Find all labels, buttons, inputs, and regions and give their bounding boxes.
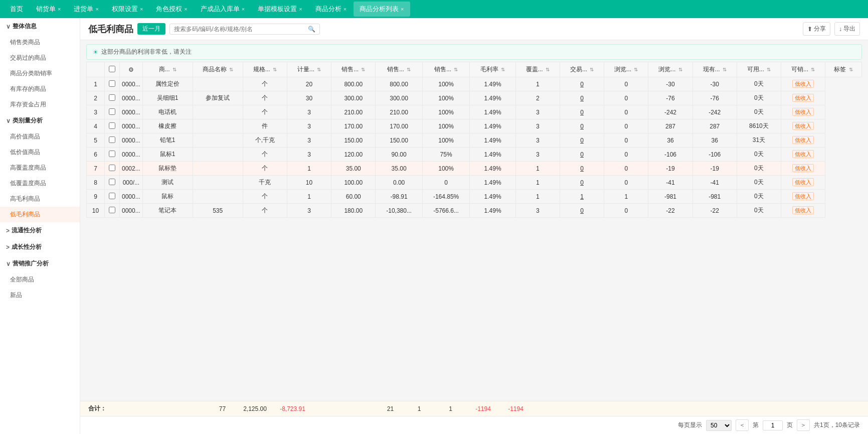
row-checkbox[interactable] [109, 179, 115, 185]
cell-check[interactable] [105, 133, 120, 148]
cell-check[interactable] [105, 162, 120, 176]
nav-close-icon[interactable]: × [242, 6, 245, 12]
sidebar-item-销售类商品[interactable]: 销售类商品 [0, 35, 80, 50]
cell-view1[interactable]: 0 [560, 176, 604, 190]
next-page-btn[interactable]: ＞ [797, 419, 810, 431]
sidebar-group-整体信息[interactable]: ∨整体信息 [0, 18, 80, 35]
nav-close-icon[interactable]: × [184, 6, 187, 12]
nav-item-销货单[interactable]: 销货单× [30, 2, 67, 17]
sidebar-group-成长性分析[interactable]: >成长性分析 [0, 239, 80, 255]
nav-close-icon[interactable]: × [343, 6, 346, 12]
nav-close-icon[interactable]: × [95, 6, 98, 12]
row-checkbox[interactable] [109, 165, 115, 171]
th-tag[interactable]: 标签 ⇅ [825, 62, 862, 77]
sidebar-item-低价值商品[interactable]: 低价值商品 [0, 144, 80, 160]
row-checkbox[interactable] [109, 108, 115, 115]
footer-sales-profit: -8,723.91 [274, 405, 311, 412]
th-sales-price[interactable]: 销售... ⇅ [376, 62, 422, 77]
th-salable[interactable]: 可销... ⇅ [781, 62, 825, 77]
row-checkbox[interactable] [109, 151, 115, 157]
th-unit[interactable]: 计量... ⇅ [287, 62, 331, 77]
cell-check[interactable] [105, 148, 120, 162]
page-size-select[interactable]: 50 100 200 [706, 420, 732, 431]
cell-view1[interactable]: 0 [560, 148, 604, 162]
row-checkbox[interactable] [109, 136, 115, 143]
cell-view1[interactable]: 0 [560, 204, 604, 218]
sidebar-item-新品[interactable]: 新品 [0, 287, 80, 303]
cell-check[interactable] [105, 77, 120, 91]
th-gross-rate[interactable]: 毛利率 ⇅ [470, 62, 515, 77]
sidebar-item-全部商品[interactable]: 全部商品 [0, 272, 80, 287]
cell-available: -76 [692, 91, 737, 105]
search-icon[interactable]: 🔍 [308, 26, 315, 33]
row-checkbox[interactable] [109, 122, 115, 129]
sidebar-item-高毛利商品[interactable]: 高毛利商品 [0, 191, 80, 207]
th-available[interactable]: 可用... ⇅ [737, 62, 781, 77]
nav-item-单据模板设置[interactable]: 单据模板设置× [252, 2, 308, 17]
page-number-input[interactable] [763, 420, 783, 430]
nav-item-商品分析[interactable]: 商品分析× [309, 2, 353, 17]
cell-check[interactable] [105, 190, 120, 204]
nav-close-icon[interactable]: × [299, 6, 302, 12]
sidebar-group-label: 流通性分析 [12, 226, 42, 235]
th-sales-profit[interactable]: 销售... ⇅ [422, 62, 470, 77]
nav-close-icon[interactable]: × [58, 6, 61, 12]
th-name[interactable]: 商品名称 ⇅ [193, 62, 243, 77]
th-spec[interactable]: 规格... ⇅ [243, 62, 287, 77]
cell-check[interactable] [105, 204, 120, 218]
cell-view1[interactable]: 0 [560, 105, 604, 119]
prev-page-btn[interactable]: ＜ [736, 419, 749, 431]
sidebar-item-低毛利商品[interactable]: 低毛利商品 [0, 207, 80, 222]
nav-close-icon[interactable]: × [140, 6, 143, 12]
sidebar-item-高价值商品[interactable]: 高价值商品 [0, 129, 80, 144]
select-all-checkbox[interactable] [109, 66, 115, 72]
nav-close-icon[interactable]: × [401, 6, 404, 12]
sidebar-item-有库存的商品[interactable]: 有库存的商品 [0, 81, 80, 97]
row-checkbox[interactable] [109, 80, 115, 87]
search-input[interactable] [174, 26, 308, 33]
th-code[interactable]: 商... ⇅ [142, 62, 193, 77]
cell-view1[interactable]: 0 [560, 91, 604, 105]
cell-spec [193, 133, 243, 148]
filter-btn[interactable]: 近一月 [137, 23, 165, 35]
cell-seq: 6 [87, 148, 105, 162]
row-checkbox[interactable] [109, 94, 115, 101]
cell-view1[interactable]: 1 [560, 190, 604, 204]
nav-item-角色授权[interactable]: 角色授权× [150, 2, 193, 17]
cell-view1[interactable]: 0 [560, 119, 604, 133]
nav-item-产成品入库单[interactable]: 产成品入库单× [195, 2, 251, 17]
row-checkbox[interactable] [109, 207, 115, 213]
cell-check[interactable] [105, 91, 120, 105]
nav-item-权限设置[interactable]: 权限设置× [106, 2, 149, 17]
table-container[interactable]: ⚙ 商... ⇅ 商品名称 ⇅ 规格... ⇅ 计量... ⇅ 销售... ⇅ … [80, 62, 868, 401]
sidebar-item-商品分类助销率[interactable]: 商品分类助销率 [0, 66, 80, 81]
th-sales-qty[interactable]: 销售... ⇅ [331, 62, 376, 77]
cell-view1[interactable]: 0 [560, 162, 604, 176]
th-current-stock[interactable]: 现有... ⇅ [692, 62, 737, 77]
sidebar-item-低覆盖度商品[interactable]: 低覆盖度商品 [0, 176, 80, 191]
sidebar-group-营销推广分析[interactable]: ∨营销推广分析 [0, 255, 80, 272]
cell-check[interactable] [105, 119, 120, 133]
th-check [105, 62, 120, 77]
cell-check[interactable] [105, 105, 120, 119]
cell-view1[interactable]: 0 [560, 133, 604, 148]
sidebar-item-交易过的商品[interactable]: 交易过的商品 [0, 50, 80, 66]
sidebar-group-流通性分析[interactable]: >流通性分析 [0, 222, 80, 239]
cell-check[interactable] [105, 176, 120, 190]
th-view2[interactable]: 浏览... ⇅ [648, 62, 692, 77]
row-checkbox[interactable] [109, 193, 115, 199]
nav-item-首页[interactable]: 首页 [4, 2, 29, 17]
th-trade[interactable]: 交易... ⇅ [560, 62, 604, 77]
cell-current-stock: -76 [648, 91, 692, 105]
sidebar-item-高覆盖度商品[interactable]: 高覆盖度商品 [0, 160, 80, 176]
sidebar-group-类别量分析[interactable]: ∨类别量分析 [0, 112, 80, 129]
export-button[interactable]: ↓ 导出 [834, 22, 860, 36]
th-coverage[interactable]: 覆盖... ⇅ [515, 62, 560, 77]
th-view1[interactable]: 浏览... ⇅ [604, 62, 648, 77]
sidebar-item-库存资金占用[interactable]: 库存资金占用 [0, 97, 80, 112]
nav-item-进货单[interactable]: 进货单× [68, 2, 104, 17]
nav-item-商品分析列表[interactable]: 商品分析列表× [354, 2, 410, 17]
cell-view1[interactable]: 0 [560, 77, 604, 91]
share-button[interactable]: ⬆ 分享 [803, 22, 830, 36]
th-settings[interactable]: ⚙ [120, 62, 143, 77]
